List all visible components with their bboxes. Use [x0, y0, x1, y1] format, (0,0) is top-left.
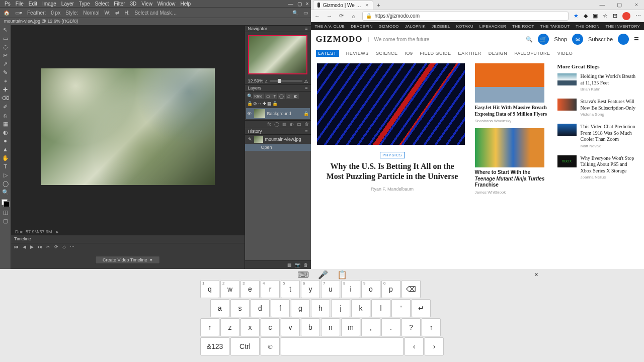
- key-⌫[interactable]: ⌫: [401, 280, 421, 298]
- canvas-image[interactable]: [41, 68, 215, 185]
- key-i[interactable]: i8: [341, 280, 360, 298]
- panel-menu-icon[interactable]: ≡: [305, 129, 307, 134]
- net-link[interactable]: THE TAKEOUT: [540, 24, 570, 29]
- fx-icon[interactable]: fx: [268, 122, 271, 127]
- key-k[interactable]: k: [351, 299, 370, 317]
- keyboard-close-button[interactable]: ×: [534, 270, 538, 279]
- zoom-tool[interactable]: 🔍: [2, 189, 10, 196]
- url-input[interactable]: 🔒 https://gizmodo.com: [362, 12, 569, 21]
- document-tab[interactable]: mountain-view.jpg @ 12.6% (RGB/8): [0, 18, 311, 25]
- key-j[interactable]: j: [331, 299, 350, 317]
- net-link[interactable]: THE A.V. CLUB: [315, 24, 345, 29]
- net-link[interactable]: KOTAKU: [456, 24, 473, 29]
- menu-layer[interactable]: Layer: [59, 1, 76, 7]
- clipboard-icon[interactable]: 📋: [337, 270, 347, 280]
- nav-science[interactable]: SCIENCE: [376, 51, 398, 56]
- sidebar-story[interactable]: XBOX Why Everyone Won't Stop Talking Abo…: [557, 155, 638, 180]
- nav-io9[interactable]: IO9: [405, 51, 413, 56]
- key-y[interactable]: y6: [301, 280, 320, 298]
- key-e[interactable]: e3: [240, 280, 260, 298]
- sidebar-thumb[interactable]: [557, 99, 577, 111]
- home-button[interactable]: ⌂: [350, 13, 357, 19]
- ps-maximize-button[interactable]: ▢: [297, 1, 302, 7]
- key-left[interactable]: ‹: [405, 337, 424, 355]
- sidebar-title[interactable]: Holding the World's Breath at 11,135 Fee…: [581, 73, 638, 86]
- story-image[interactable]: [475, 63, 544, 103]
- tl-next-icon[interactable]: ⏭: [38, 244, 42, 249]
- create-video-timeline-button[interactable]: Create Video Timeline▾: [95, 256, 160, 264]
- story-headline[interactable]: Where to Start With the Teenage Mutant N…: [475, 169, 550, 189]
- menu-image[interactable]: Image: [40, 1, 59, 7]
- key-h[interactable]: h: [311, 299, 330, 317]
- panel-menu-icon[interactable]: ≡: [305, 26, 307, 31]
- key-a[interactable]: a: [210, 299, 229, 317]
- ps-minimize-button[interactable]: —: [288, 1, 293, 7]
- key-emoji[interactable]: ☺: [261, 337, 280, 355]
- new-doc-icon[interactable]: ▦: [287, 262, 292, 267]
- net-link[interactable]: THE ONION: [576, 24, 599, 29]
- home-icon[interactable]: 🏠: [3, 9, 10, 16]
- canvas-area[interactable]: [11, 25, 245, 228]
- nav-video[interactable]: VIDEO: [557, 51, 573, 56]
- key-f[interactable]: f: [271, 299, 290, 317]
- select-mask-button[interactable]: Select and Mask…: [134, 10, 177, 16]
- site-logo[interactable]: GIZMODO: [316, 34, 363, 44]
- story-card[interactable]: EasyJet Hit With Massive Breach Exposing…: [475, 63, 550, 123]
- panel-menu-icon[interactable]: ≡: [305, 85, 307, 90]
- hero-headline[interactable]: Why the U.S. Is Betting It All on the Mo…: [317, 161, 468, 182]
- group-icon[interactable]: ◐: [290, 122, 294, 127]
- sidebar-thumb[interactable]: [557, 73, 577, 85]
- lock-all-icon[interactable]: 🔒: [272, 101, 278, 106]
- key-p[interactable]: p0: [381, 280, 400, 298]
- lock-image-icon[interactable]: ↔: [258, 101, 262, 106]
- net-link[interactable]: LIFEHACKER: [479, 24, 506, 29]
- sidebar-title[interactable]: Strava's Best Features Will Now Be Subsc…: [581, 99, 638, 111]
- zoom-in-icon[interactable]: △: [304, 78, 308, 83]
- mic-icon[interactable]: 🎤: [318, 270, 328, 280]
- nav-paleo[interactable]: PALEOFUTURE: [514, 51, 550, 56]
- nav-reviews[interactable]: REVIEWS: [346, 51, 369, 56]
- menu-filter[interactable]: Filter: [111, 1, 127, 7]
- hand-tool[interactable]: ◯: [2, 180, 10, 187]
- navigator-thumbnail[interactable]: [248, 35, 307, 74]
- key-g[interactable]: g: [291, 299, 310, 317]
- key-'[interactable]: ': [391, 299, 411, 317]
- nav-latest[interactable]: LATEST: [316, 50, 339, 57]
- key-v[interactable]: v: [281, 318, 300, 336]
- favorite-icon[interactable]: ★: [574, 13, 579, 19]
- key-,[interactable]: ,: [361, 318, 380, 336]
- filter-shape-icon[interactable]: ▱: [286, 94, 292, 99]
- layer-thumbnail[interactable]: [254, 109, 265, 118]
- nav-fieldguide[interactable]: FIELD GUIDE: [420, 51, 451, 56]
- hero-category[interactable]: PHYSICS: [380, 152, 405, 158]
- menu-icon[interactable]: ⋯: [635, 13, 641, 19]
- link-icon[interactable]: ⇄: [115, 10, 119, 16]
- key-↵[interactable]: ↵: [412, 299, 431, 317]
- story-image[interactable]: [475, 128, 544, 167]
- layer-name[interactable]: Background: [267, 111, 291, 116]
- snapshot-icon[interactable]: 📷: [295, 262, 300, 267]
- forward-button[interactable]: →: [326, 13, 333, 19]
- nav-design[interactable]: DESIGN: [489, 51, 508, 56]
- key-right[interactable]: ›: [425, 337, 444, 355]
- ext2-icon[interactable]: ▣: [593, 13, 598, 19]
- avatar-icon[interactable]: [618, 34, 629, 45]
- menu-window[interactable]: Window: [155, 1, 178, 7]
- net-link[interactable]: JEZEBEL: [432, 24, 450, 29]
- key-c[interactable]: c: [261, 318, 280, 336]
- key-b[interactable]: b: [301, 318, 320, 336]
- feather-value[interactable]: 0 px: [51, 10, 60, 16]
- ext1-icon[interactable]: ◆: [584, 13, 588, 19]
- lock-trans-icon[interactable]: ⊘: [253, 101, 257, 106]
- sidebar-story[interactable]: Strava's Best Features Will Now Be Subsc…: [557, 99, 638, 117]
- tl-split-icon[interactable]: ◇: [62, 244, 66, 249]
- key-o[interactable]: o9: [361, 280, 380, 298]
- subscribe-link[interactable]: Subscribe: [588, 36, 613, 42]
- net-link[interactable]: THE ROOT: [512, 24, 534, 29]
- key-x[interactable]: x: [240, 318, 260, 336]
- rect-tool[interactable]: ▷: [2, 171, 10, 178]
- filter-adjust-icon[interactable]: T: [272, 94, 278, 99]
- key-m[interactable]: m: [341, 318, 360, 336]
- key-d[interactable]: d: [251, 299, 270, 317]
- sidebar-story[interactable]: This Video Chat Prediction From 1918 Was…: [557, 124, 638, 148]
